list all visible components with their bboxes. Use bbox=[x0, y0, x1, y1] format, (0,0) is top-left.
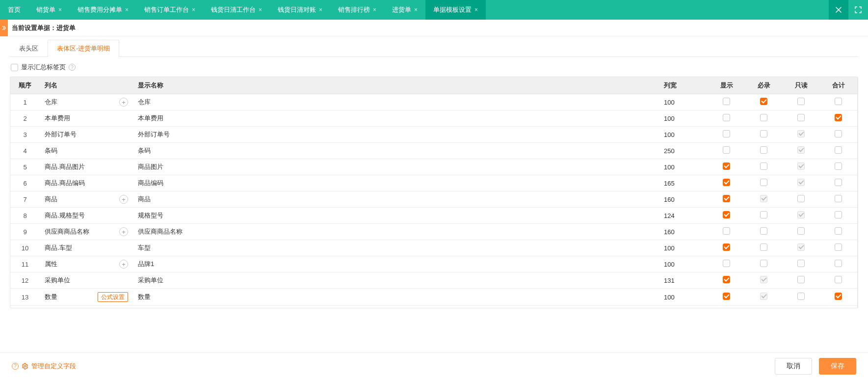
readonly-checkbox[interactable] bbox=[797, 195, 805, 202]
required-checkbox[interactable] bbox=[760, 130, 767, 137]
display-name-cell[interactable]: 规格型号 bbox=[133, 208, 659, 224]
total-checkbox[interactable] bbox=[835, 98, 842, 105]
total-checkbox[interactable] bbox=[835, 260, 842, 267]
close-icon[interactable]: × bbox=[125, 6, 129, 13]
readonly-checkbox[interactable] bbox=[797, 98, 805, 105]
display-name-cell[interactable]: 商品图片 bbox=[133, 159, 659, 175]
top-tab[interactable]: 进货单× bbox=[384, 0, 425, 20]
table-row[interactable]: 4条码条码250 bbox=[10, 143, 857, 159]
show-checkbox[interactable] bbox=[723, 227, 730, 235]
table-row[interactable]: 2本单费用本单费用100 bbox=[10, 110, 857, 127]
display-name-cell[interactable]: 商品编码 bbox=[133, 175, 659, 191]
top-tab[interactable]: 销售订单工作台× bbox=[136, 0, 203, 20]
close-all-tabs-icon[interactable] bbox=[829, 0, 848, 20]
help-icon[interactable]: ? bbox=[69, 64, 76, 71]
add-icon[interactable]: + bbox=[119, 260, 128, 269]
top-tab[interactable]: 单据模板设置× bbox=[425, 0, 486, 20]
expand-handle-icon[interactable] bbox=[0, 20, 8, 36]
width-cell[interactable]: 124 bbox=[659, 208, 708, 224]
top-tab[interactable]: 销货单× bbox=[28, 0, 70, 20]
total-checkbox[interactable] bbox=[835, 114, 842, 121]
display-name-cell[interactable]: 条码 bbox=[133, 143, 659, 159]
top-tab[interactable]: 钱货日清工作台× bbox=[203, 0, 270, 20]
table-row[interactable]: 7商品+商品160 bbox=[10, 191, 857, 208]
total-checkbox[interactable] bbox=[835, 146, 842, 154]
display-name-cell[interactable]: 商品 bbox=[133, 191, 659, 208]
required-checkbox[interactable] bbox=[760, 179, 767, 186]
show-checkbox[interactable] bbox=[723, 114, 730, 121]
total-checkbox[interactable] bbox=[835, 276, 842, 283]
close-icon[interactable]: × bbox=[192, 6, 195, 13]
sub-tab[interactable]: 表体区-进货单明细 bbox=[48, 40, 119, 57]
total-checkbox[interactable] bbox=[835, 293, 842, 300]
width-cell[interactable]: 131 bbox=[659, 272, 708, 289]
show-checkbox[interactable] bbox=[723, 98, 730, 105]
close-icon[interactable]: × bbox=[474, 6, 478, 13]
display-name-cell[interactable]: 品牌1 bbox=[133, 256, 659, 272]
readonly-checkbox[interactable] bbox=[797, 293, 805, 300]
total-checkbox[interactable] bbox=[835, 179, 842, 186]
display-name-cell[interactable]: 车型 bbox=[133, 240, 659, 256]
width-cell[interactable]: 250 bbox=[659, 143, 708, 159]
width-cell[interactable]: 165 bbox=[659, 175, 708, 191]
required-checkbox[interactable] bbox=[760, 260, 767, 267]
show-checkbox[interactable] bbox=[723, 260, 730, 267]
fullscreen-icon[interactable] bbox=[848, 0, 868, 20]
display-name-cell[interactable]: 包装数量 bbox=[133, 306, 659, 308]
table-row[interactable]: 3外部订单号外部订单号100 bbox=[10, 127, 857, 143]
show-checkbox[interactable] bbox=[723, 276, 730, 283]
table-row[interactable]: 14包装数量包装数量100 bbox=[10, 306, 857, 308]
display-name-cell[interactable]: 本单费用 bbox=[133, 110, 659, 127]
width-cell[interactable]: 100 bbox=[659, 256, 708, 272]
close-icon[interactable]: × bbox=[319, 6, 322, 13]
total-checkbox[interactable] bbox=[835, 211, 842, 218]
table-row[interactable]: 5商品.商品图片商品图片100 bbox=[10, 159, 857, 175]
width-cell[interactable]: 160 bbox=[659, 191, 708, 208]
display-name-cell[interactable]: 仓库 bbox=[133, 94, 659, 110]
total-checkbox[interactable] bbox=[835, 227, 842, 235]
show-checkbox[interactable] bbox=[723, 293, 730, 300]
required-checkbox[interactable] bbox=[760, 98, 767, 105]
display-name-cell[interactable]: 数量 bbox=[133, 289, 659, 306]
readonly-checkbox[interactable] bbox=[797, 114, 805, 121]
close-icon[interactable]: × bbox=[414, 6, 418, 13]
show-checkbox[interactable] bbox=[723, 244, 730, 251]
width-cell[interactable]: 160 bbox=[659, 224, 708, 240]
readonly-checkbox[interactable] bbox=[797, 260, 805, 267]
table-row[interactable]: 8商品.规格型号规格型号124 bbox=[10, 208, 857, 224]
show-checkbox[interactable] bbox=[723, 179, 730, 186]
show-summary-checkbox[interactable] bbox=[11, 64, 18, 71]
show-checkbox[interactable] bbox=[723, 146, 730, 154]
formula-settings-button[interactable]: 公式设置 bbox=[98, 292, 128, 302]
total-checkbox[interactable] bbox=[835, 244, 842, 251]
required-checkbox[interactable] bbox=[760, 162, 767, 170]
top-tab[interactable]: 销售费用分摊单× bbox=[70, 0, 136, 20]
add-icon[interactable]: + bbox=[119, 195, 128, 204]
table-row[interactable]: 10商品.车型车型100 bbox=[10, 240, 857, 256]
table-row[interactable]: 1仓库+仓库100 bbox=[10, 94, 857, 110]
table-row[interactable]: 9供应商商品名称+供应商商品名称160 bbox=[10, 224, 857, 240]
width-cell[interactable]: 100 bbox=[659, 289, 708, 306]
required-checkbox[interactable] bbox=[760, 227, 767, 235]
readonly-checkbox[interactable] bbox=[797, 276, 805, 283]
required-checkbox[interactable] bbox=[760, 244, 767, 251]
table-row[interactable]: 13数量公式设置数量100 bbox=[10, 289, 857, 306]
top-tab[interactable]: 首页 bbox=[0, 0, 28, 20]
close-icon[interactable]: × bbox=[58, 6, 62, 13]
display-name-cell[interactable]: 采购单位 bbox=[133, 272, 659, 289]
width-cell[interactable]: 100 bbox=[659, 110, 708, 127]
display-name-cell[interactable]: 外部订单号 bbox=[133, 127, 659, 143]
show-checkbox[interactable] bbox=[723, 211, 730, 218]
total-checkbox[interactable] bbox=[835, 162, 842, 170]
width-cell[interactable]: 100 bbox=[659, 159, 708, 175]
show-checkbox[interactable] bbox=[723, 195, 730, 202]
width-cell[interactable]: 100 bbox=[659, 240, 708, 256]
close-icon[interactable]: × bbox=[373, 6, 376, 13]
add-icon[interactable]: + bbox=[119, 98, 128, 107]
top-tab[interactable]: 钱货日清对账× bbox=[270, 0, 330, 20]
required-checkbox[interactable] bbox=[760, 146, 767, 154]
total-checkbox[interactable] bbox=[835, 130, 842, 137]
readonly-checkbox[interactable] bbox=[797, 227, 805, 235]
show-checkbox[interactable] bbox=[723, 162, 730, 170]
close-icon[interactable]: × bbox=[259, 6, 262, 13]
